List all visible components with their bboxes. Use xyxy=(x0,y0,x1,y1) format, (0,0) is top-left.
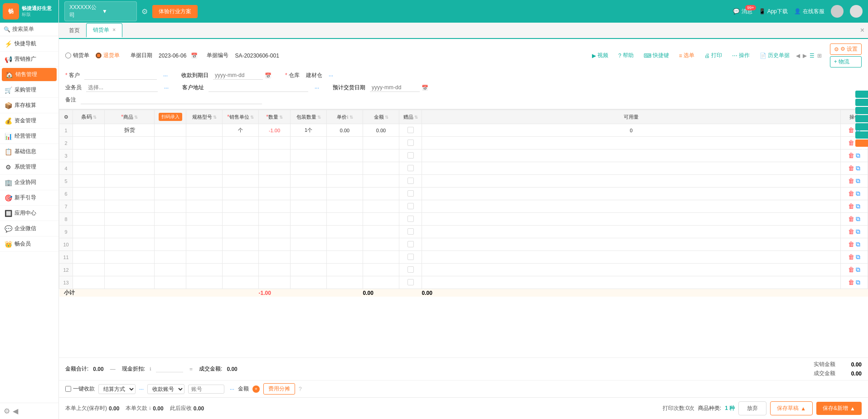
float-star-btn[interactable]: 收藏 xyxy=(855,131,868,139)
online-service-item[interactable]: 👤 在线客服 xyxy=(794,8,824,15)
due-date-input[interactable] xyxy=(213,71,263,80)
row-product-11[interactable] xyxy=(105,251,155,264)
account-input[interactable] xyxy=(188,385,224,394)
row-quantity-1[interactable]: -1.00 xyxy=(259,124,291,137)
row-product-6[interactable] xyxy=(105,188,155,200)
scan-button[interactable]: 扫码录入 xyxy=(159,113,182,121)
barcode-input-3[interactable] xyxy=(76,153,102,159)
one-click-payment-checkbox[interactable]: 一键收款 xyxy=(65,385,95,393)
row-product-8[interactable] xyxy=(105,213,155,226)
tab-sales-order[interactable]: 销货单 × xyxy=(86,23,122,38)
row-unit-price-10[interactable] xyxy=(327,238,363,251)
row-amount-4[interactable] xyxy=(363,162,399,175)
calendar-icon[interactable]: 📅 xyxy=(191,53,198,59)
row-pkg-qty-8[interactable] xyxy=(291,213,327,226)
row-quantity-11[interactable] xyxy=(259,251,291,264)
row-unit-price-1[interactable]: 0.00 xyxy=(327,124,363,137)
row-product-2[interactable] xyxy=(105,137,155,149)
row-quantity-8[interactable] xyxy=(259,213,291,226)
row-barcode-3[interactable] xyxy=(73,149,105,162)
sidebar-item-enterprise[interactable]: 🏢 企业协同 xyxy=(0,175,58,190)
row-pkg-qty-9[interactable] xyxy=(291,226,327,238)
gift-checkbox-11[interactable] xyxy=(407,254,414,260)
row-spec-10[interactable] xyxy=(186,238,223,251)
row-product-10[interactable] xyxy=(105,238,155,251)
copy-row-btn-9[interactable]: ⧉ xyxy=(856,228,860,236)
sidebar-item-quick-nav[interactable]: ⚡ 快捷导航 xyxy=(0,36,58,52)
video-btn[interactable]: ▶ 视频 xyxy=(588,50,612,61)
float-comment-btn[interactable]: 评论 xyxy=(855,107,868,114)
row-product-9[interactable] xyxy=(105,226,155,238)
delete-row-btn-1[interactable]: 🗑 xyxy=(848,126,854,134)
search-menu[interactable]: 🔍 搜索菜单 xyxy=(0,23,58,36)
copy-row-btn-13[interactable]: ⧉ xyxy=(856,279,860,286)
payment-checkbox-input[interactable] xyxy=(65,386,71,392)
row-gift-12[interactable] xyxy=(399,264,422,276)
delete-row-btn-12[interactable]: 🗑 xyxy=(848,266,854,273)
select-order-btn[interactable]: ≡ 选单 xyxy=(675,50,698,61)
row-gift-3[interactable] xyxy=(399,149,422,162)
row-quantity-10[interactable] xyxy=(259,238,291,251)
row-pkg-qty-12[interactable] xyxy=(291,264,327,276)
row-barcode-4[interactable] xyxy=(73,162,105,175)
radio-sales-input[interactable] xyxy=(65,53,71,58)
row-unit-12[interactable] xyxy=(223,264,259,276)
gift-checkbox-6[interactable] xyxy=(407,190,414,197)
row-unit-11[interactable] xyxy=(223,251,259,264)
addr-dots[interactable]: ··· xyxy=(315,85,319,91)
sidebar-item-biz[interactable]: 📊 经营管理 xyxy=(0,129,58,144)
row-spec-3[interactable] xyxy=(186,149,223,162)
row-pkg-qty-11[interactable] xyxy=(291,251,327,264)
customer-input[interactable] xyxy=(84,71,157,80)
gift-checkbox-5[interactable] xyxy=(407,178,414,184)
copy-row-btn-7[interactable]: ⧉ xyxy=(856,202,860,210)
row-amount-11[interactable] xyxy=(363,251,399,264)
row-unit-price-11[interactable] xyxy=(327,251,363,264)
row-quantity-9[interactable] xyxy=(259,226,291,238)
row-barcode-12[interactable] xyxy=(73,264,105,276)
gift-checkbox-9[interactable] xyxy=(407,228,414,235)
row-unit-price-9[interactable] xyxy=(327,226,363,238)
row-product-5[interactable] xyxy=(105,175,155,188)
copy-row-btn-8[interactable]: ⧉ xyxy=(856,215,860,223)
row-unit-price-4[interactable] xyxy=(327,162,363,175)
copy-row-btn-6[interactable]: ⧉ xyxy=(856,190,860,197)
row-spec-4[interactable] xyxy=(186,162,223,175)
row-amount-13[interactable] xyxy=(363,276,399,289)
row-barcode-5[interactable] xyxy=(73,175,105,188)
row-spec-5[interactable] xyxy=(186,175,223,188)
company-selector[interactable]: XXXXXX公司 ▼ xyxy=(64,1,137,21)
sidebar-item-marketing[interactable]: 📢 营销推广 xyxy=(0,52,58,67)
cash-discount-input[interactable] xyxy=(156,366,183,372)
sidebar-item-app-center[interactable]: 🔲 应用中心 xyxy=(0,206,58,221)
row-unit-8[interactable] xyxy=(223,213,259,226)
gift-checkbox-2[interactable] xyxy=(407,140,414,146)
bank-account-select[interactable]: 收款账号 xyxy=(147,384,184,394)
gift-checkbox-13[interactable] xyxy=(407,279,414,285)
delete-row-btn-6[interactable]: 🗑 xyxy=(848,190,854,197)
price-info-icon[interactable]: ℹ xyxy=(347,115,349,120)
user-avatar[interactable] xyxy=(831,5,844,18)
row-quantity-12[interactable] xyxy=(259,264,291,276)
sidebar-item-system[interactable]: ⚙ 系统管理 xyxy=(0,159,58,175)
row-unit-price-6[interactable] xyxy=(327,188,363,200)
row-unit-7[interactable] xyxy=(223,200,259,213)
salesperson-dots[interactable]: ··· xyxy=(164,85,169,91)
gift-checkbox-10[interactable] xyxy=(407,241,414,247)
sidebar-item-guide[interactable]: 🎯 新手引导 xyxy=(0,190,58,206)
row-barcode-9[interactable] xyxy=(73,226,105,238)
save-new-button[interactable]: 保存&新增 ▲ xyxy=(816,402,862,415)
gift-checkbox-7[interactable] xyxy=(407,203,414,209)
row-quantity-4[interactable] xyxy=(259,162,291,175)
sidebar-item-vip[interactable]: 👑 畅会员 xyxy=(0,236,58,252)
float-feedback-btn[interactable]: 反馈 xyxy=(855,140,868,147)
barcode-input-10[interactable] xyxy=(76,241,102,248)
row-quantity-13[interactable] xyxy=(259,276,291,289)
shortcut-btn[interactable]: ⌨ 快捷键 xyxy=(640,50,673,61)
row-product-4[interactable] xyxy=(105,162,155,175)
row-spec-2[interactable] xyxy=(186,137,223,149)
expense-help-icon[interactable]: ? xyxy=(299,386,302,392)
row-barcode-8[interactable] xyxy=(73,213,105,226)
row-unit-price-3[interactable] xyxy=(327,149,363,162)
row-barcode-13[interactable] xyxy=(73,276,105,289)
